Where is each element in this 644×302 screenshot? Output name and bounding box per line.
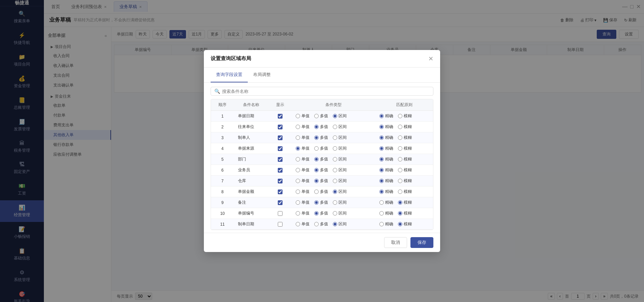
type-single-label-4[interactable]: 单值 bbox=[296, 146, 310, 151]
type-single-radio-8[interactable] bbox=[296, 190, 300, 194]
match-fuzzy-radio-3[interactable] bbox=[398, 135, 402, 140]
match-exact-label-2[interactable]: 精确 bbox=[379, 124, 393, 130]
type-single-radio-7[interactable] bbox=[296, 179, 300, 183]
match-exact-radio-9[interactable] bbox=[379, 200, 384, 205]
type-range-label-11[interactable]: 区间 bbox=[333, 221, 347, 227]
type-single-radio-3[interactable] bbox=[296, 135, 300, 140]
type-single-label-11[interactable]: 单值 bbox=[296, 221, 310, 227]
type-range-label-9[interactable]: 区间 bbox=[333, 200, 347, 205]
show-checkbox-3[interactable] bbox=[278, 135, 283, 140]
match-exact-label-8[interactable]: 精确 bbox=[379, 189, 393, 195]
match-exact-radio-1[interactable] bbox=[379, 114, 384, 118]
type-multi-label-5[interactable]: 多值 bbox=[314, 156, 328, 162]
match-exact-radio-5[interactable] bbox=[379, 157, 384, 161]
type-multi-label-7[interactable]: 多值 bbox=[314, 178, 328, 184]
show-checkbox-1[interactable] bbox=[278, 114, 283, 119]
type-range-radio-2[interactable] bbox=[333, 125, 337, 129]
type-multi-radio-9[interactable] bbox=[314, 200, 319, 205]
type-multi-radio-7[interactable] bbox=[314, 179, 319, 183]
dialog-save-button[interactable]: 保存 bbox=[410, 237, 433, 248]
match-fuzzy-label-4[interactable]: 模糊 bbox=[398, 146, 412, 151]
type-multi-radio-2[interactable] bbox=[314, 125, 319, 129]
type-range-radio-7[interactable] bbox=[333, 179, 337, 183]
show-checkbox-10[interactable] bbox=[278, 211, 283, 216]
match-exact-radio-8[interactable] bbox=[379, 190, 384, 194]
type-range-label-8[interactable]: 区间 bbox=[333, 189, 347, 195]
match-exact-label-4[interactable]: 精确 bbox=[379, 146, 393, 151]
type-multi-label-8[interactable]: 多值 bbox=[314, 189, 328, 195]
show-checkbox-8[interactable] bbox=[278, 190, 283, 194]
match-fuzzy-label-11[interactable]: 模糊 bbox=[398, 221, 412, 227]
type-range-radio-9[interactable] bbox=[333, 200, 337, 205]
type-multi-label-4[interactable]: 多值 bbox=[314, 146, 328, 151]
match-exact-label-3[interactable]: 精确 bbox=[379, 135, 393, 141]
match-exact-radio-10[interactable] bbox=[379, 211, 384, 216]
tab-field-settings[interactable]: 查询字段设置 bbox=[211, 68, 248, 82]
match-exact-label-11[interactable]: 精确 bbox=[379, 221, 393, 227]
match-fuzzy-radio-10[interactable] bbox=[398, 211, 402, 216]
match-fuzzy-label-7[interactable]: 模糊 bbox=[398, 178, 412, 184]
type-multi-radio-11[interactable] bbox=[314, 222, 319, 226]
type-single-label-7[interactable]: 单值 bbox=[296, 178, 310, 184]
type-range-label-5[interactable]: 区间 bbox=[333, 156, 347, 162]
type-range-radio-3[interactable] bbox=[333, 135, 337, 140]
type-multi-radio-4[interactable] bbox=[314, 146, 319, 151]
type-single-label-3[interactable]: 单值 bbox=[296, 135, 310, 141]
match-fuzzy-label-10[interactable]: 模糊 bbox=[398, 210, 412, 216]
cancel-button[interactable]: 取消 bbox=[384, 237, 407, 248]
match-fuzzy-radio-11[interactable] bbox=[398, 222, 402, 226]
type-multi-label-2[interactable]: 多值 bbox=[314, 124, 328, 130]
type-multi-radio-6[interactable] bbox=[314, 168, 319, 172]
type-range-radio-8[interactable] bbox=[333, 190, 337, 194]
match-exact-label-5[interactable]: 精确 bbox=[379, 156, 393, 162]
type-range-radio-5[interactable] bbox=[333, 157, 337, 161]
match-fuzzy-label-9[interactable]: 模糊 bbox=[398, 200, 412, 205]
type-multi-label-10[interactable]: 多值 bbox=[314, 210, 328, 216]
match-fuzzy-radio-7[interactable] bbox=[398, 179, 402, 183]
match-fuzzy-radio-2[interactable] bbox=[398, 125, 402, 129]
type-multi-radio-3[interactable] bbox=[314, 135, 319, 140]
type-single-radio-11[interactable] bbox=[296, 222, 300, 226]
type-single-label-2[interactable]: 单值 bbox=[296, 124, 310, 130]
show-checkbox-7[interactable] bbox=[278, 179, 283, 183]
type-single-label-6[interactable]: 单值 bbox=[296, 167, 310, 173]
match-exact-radio-2[interactable] bbox=[379, 125, 384, 129]
type-range-radio-6[interactable] bbox=[333, 168, 337, 172]
match-exact-radio-6[interactable] bbox=[379, 168, 384, 172]
type-multi-radio-10[interactable] bbox=[314, 211, 319, 216]
type-range-label-7[interactable]: 区间 bbox=[333, 178, 347, 184]
match-exact-radio-3[interactable] bbox=[379, 135, 384, 140]
type-single-radio-1[interactable] bbox=[296, 114, 300, 118]
type-multi-label-6[interactable]: 多值 bbox=[314, 167, 328, 173]
tab-layout-adjust[interactable]: 布局调整 bbox=[248, 68, 276, 82]
type-multi-radio-1[interactable] bbox=[314, 114, 319, 118]
show-checkbox-5[interactable] bbox=[278, 157, 283, 162]
type-single-label-8[interactable]: 单值 bbox=[296, 189, 310, 195]
type-single-radio-4[interactable] bbox=[296, 146, 300, 151]
type-single-radio-6[interactable] bbox=[296, 168, 300, 172]
type-single-radio-10[interactable] bbox=[296, 211, 300, 216]
type-range-radio-1[interactable] bbox=[333, 114, 337, 118]
type-range-label-10[interactable]: 区间 bbox=[333, 210, 347, 216]
type-multi-label-1[interactable]: 多值 bbox=[314, 113, 328, 119]
match-exact-label-1[interactable]: 精确 bbox=[379, 113, 393, 119]
type-range-radio-10[interactable] bbox=[333, 211, 337, 216]
match-fuzzy-radio-5[interactable] bbox=[398, 157, 402, 161]
type-range-radio-11[interactable] bbox=[333, 222, 337, 226]
match-fuzzy-radio-4[interactable] bbox=[398, 146, 402, 151]
type-multi-radio-5[interactable] bbox=[314, 157, 319, 161]
match-fuzzy-radio-1[interactable] bbox=[398, 114, 402, 118]
type-single-radio-2[interactable] bbox=[296, 125, 300, 129]
type-single-radio-9[interactable] bbox=[296, 200, 300, 205]
type-range-label-1[interactable]: 区间 bbox=[333, 113, 347, 119]
type-single-label-1[interactable]: 单值 bbox=[296, 113, 310, 119]
dialog-search-input[interactable] bbox=[222, 89, 430, 94]
match-fuzzy-label-5[interactable]: 模糊 bbox=[398, 156, 412, 162]
type-single-label-5[interactable]: 单值 bbox=[296, 156, 310, 162]
match-exact-radio-11[interactable] bbox=[379, 222, 384, 226]
dialog-close-button[interactable]: ✕ bbox=[428, 56, 433, 62]
type-multi-label-3[interactable]: 多值 bbox=[314, 135, 328, 141]
match-exact-label-10[interactable]: 精确 bbox=[379, 210, 393, 216]
match-exact-radio-7[interactable] bbox=[379, 179, 384, 183]
type-range-label-2[interactable]: 区间 bbox=[333, 124, 347, 130]
